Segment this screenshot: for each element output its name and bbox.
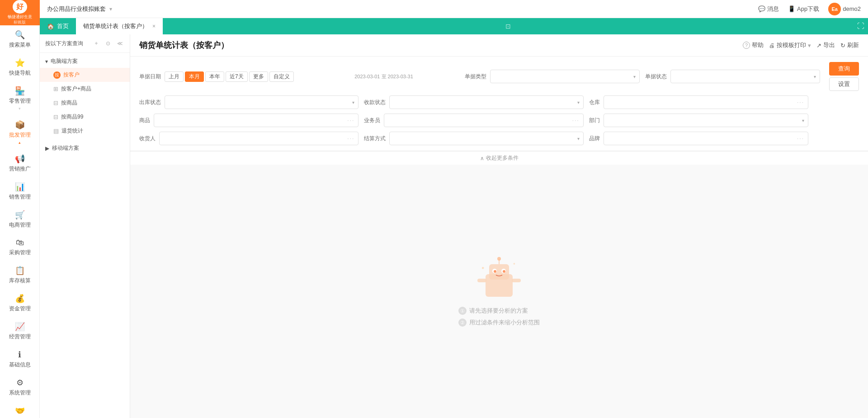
user-menu-button[interactable]: Ea demo2 <box>828 3 861 15</box>
sidebar-item-label: 系统管理 <box>9 389 31 397</box>
sidebar-item-wholesale[interactable]: 📦 批发管理 ▴ <box>0 115 39 149</box>
receiver-input[interactable]: ··· <box>159 132 359 145</box>
brand-label: 品牌 <box>589 135 600 142</box>
sidebar-item-label: 销售管理 <box>9 193 31 201</box>
export-icon: ↗ <box>816 42 821 49</box>
doc-type-select[interactable]: ▾ <box>490 70 640 83</box>
left-panel-actions: + ⊙ ≪ <box>92 39 124 48</box>
warehouse-dots: ··· <box>797 99 804 105</box>
salesperson-input[interactable]: ··· <box>384 114 583 127</box>
add-scheme-button[interactable]: + <box>92 39 101 48</box>
sidebar-item-basic[interactable]: ℹ 基础信息 <box>0 345 39 373</box>
brand-input[interactable]: ··· <box>604 132 808 145</box>
sidebar-item-purchase[interactable]: 🛍 采购管理 <box>0 233 39 261</box>
date-btn-thismonth[interactable]: 本月 <box>185 71 204 82</box>
date-btn-7days[interactable]: 近7天 <box>226 71 248 82</box>
receipt-status-select[interactable]: ▾ <box>389 95 583 109</box>
topbar: 办公用品行业模拟账套 ▾ 💬 消息 📱 App下载 Ea demo2 <box>40 0 868 18</box>
scheme-item-by-goods[interactable]: ⊟ 按商品 <box>40 96 130 110</box>
out-status-select[interactable]: ▾ <box>165 95 359 109</box>
query-button[interactable]: 查询 <box>829 62 859 76</box>
doc-status-arrow: ▾ <box>814 74 816 79</box>
collapse-panel-button[interactable]: ≪ <box>115 39 124 48</box>
sidebar-item-cooperation[interactable]: 🤝 企业协同 <box>0 401 39 418</box>
sidebar-item-retail[interactable]: 🏪 零售管理 ▾ <box>0 81 39 115</box>
grid-icon: ⊞ <box>53 86 58 92</box>
tab-sales-stat[interactable]: 销货单统计表（按客户） × <box>76 18 163 34</box>
inventory-icon: 📋 <box>15 266 25 276</box>
doc-status-select[interactable]: ▾ <box>670 70 820 83</box>
date-btn-thisyear[interactable]: 本年 <box>205 71 224 82</box>
system-icon: ⚙ <box>16 378 24 388</box>
refresh-label: 刷新 <box>847 41 859 49</box>
sidebar-item-label: 电商管理 <box>9 221 31 229</box>
refresh-icon: ↻ <box>840 42 845 49</box>
date-btn-custom[interactable]: 自定义 <box>269 71 294 82</box>
receipt-status-arrow: ▾ <box>577 100 580 105</box>
help-button[interactable]: ? 帮助 <box>743 41 764 49</box>
sidebar-item-ecommerce[interactable]: 🛒 电商管理 <box>0 205 39 233</box>
scheme-item-by-customer-goods[interactable]: ⊞ 按客户+商品 <box>40 82 130 96</box>
scheme-item-returns[interactable]: ▤ 退货统计 <box>40 124 130 138</box>
left-panel-title: 按以下方案查询 <box>45 40 83 48</box>
scheme-item-by-goods99[interactable]: ⊟ 按商品99 <box>40 110 130 124</box>
sidebar-item-search[interactable]: 🔍 搜索菜单 <box>0 25 39 53</box>
basic-icon: ℹ <box>18 350 21 360</box>
sidebar-item-sales[interactable]: 📊 销售管理 <box>0 177 39 205</box>
scheme-group-mobile-label: 移动端方案 <box>52 144 79 152</box>
marketing-icon: 📢 <box>15 154 25 164</box>
message-button[interactable]: 💬 消息 <box>758 5 779 13</box>
collapse-bar[interactable]: ∧ 收起更多条件 <box>130 151 868 165</box>
expand-icon: ⊡ <box>505 23 511 30</box>
sidebar-item-marketing[interactable]: 📢 营销推广 <box>0 149 39 177</box>
department-select[interactable]: ▾ <box>604 114 808 127</box>
svg-text:✦: ✦ <box>513 262 516 266</box>
scheme-item-by-customer[interactable]: 按 按客户 <box>40 68 130 82</box>
date-btn-more[interactable]: 更多 <box>249 71 268 82</box>
export-button[interactable]: ↗ 导出 <box>816 41 835 49</box>
date-btn-lastmonth[interactable]: 上月 <box>165 71 184 82</box>
goods-input[interactable]: ··· <box>154 114 359 127</box>
department-arrow: ▾ <box>802 118 804 123</box>
settings-scheme-button[interactable]: ⊙ <box>104 39 113 48</box>
topbar-dropdown-icon[interactable]: ▾ <box>109 6 112 12</box>
sidebar-item-management[interactable]: 📈 经营管理 <box>0 317 39 345</box>
print-dropdown-icon: ▾ <box>808 42 811 49</box>
tab-home[interactable]: 🏠 首页 <box>40 18 76 34</box>
warehouse-cell: 仓库 ··· <box>589 95 808 109</box>
print-button[interactable]: 🖨 按模板打印 ▾ <box>769 41 811 49</box>
settlement-arrow: ▾ <box>577 136 580 141</box>
goods-label: 商品 <box>139 117 150 124</box>
scheme-item-label: 退货统计 <box>61 127 83 135</box>
goods-cell: 商品 ··· <box>139 114 359 127</box>
filter-row-1: 单据日期 上月 本月 本年 近7天 更多 自定义 2023-03-01 至 20… <box>139 62 859 91</box>
tab-fullscreen-icon[interactable]: ⛶ <box>857 22 864 30</box>
filter-row-4: 收货人 ··· 结算方式 ▾ 品牌 <box>139 132 859 145</box>
filter-settings-button[interactable]: 设置 <box>829 77 859 91</box>
scheme-item-label: 按商品 <box>61 99 77 107</box>
doc-type-arrow: ▾ <box>633 74 636 79</box>
scheme-group-desktop-header[interactable]: ▾ 电脑端方案 <box>40 55 130 68</box>
topbar-right: 💬 消息 📱 App下载 Ea demo2 <box>758 3 861 15</box>
sidebar-item-system[interactable]: ⚙ 系统管理 <box>0 373 39 401</box>
sales-icon: 📊 <box>15 182 25 192</box>
scheme-group-mobile-header[interactable]: ▶ 移动端方案 <box>40 142 130 155</box>
tab-close-button[interactable]: × <box>152 23 156 29</box>
app-download-label: App下载 <box>797 5 819 13</box>
tab-bar-right: ⛶ <box>854 18 868 34</box>
sidebar-item-label: 采购管理 <box>9 249 31 256</box>
app-download-button[interactable]: 📱 App下载 <box>788 5 819 13</box>
sidebar-item-label: 基础信息 <box>9 361 31 369</box>
sidebar-item-inventory[interactable]: 📋 库存核算 <box>0 261 39 289</box>
sidebar-item-finance[interactable]: 💰 资金管理 <box>0 289 39 317</box>
sidebar-item-quicknav[interactable]: ⭐ 快捷导航 <box>0 53 39 81</box>
settlement-select[interactable]: ▾ <box>389 132 583 145</box>
warehouse-input[interactable]: ··· <box>604 95 808 109</box>
tab-expand-button[interactable]: ⊡ <box>500 18 516 34</box>
finance-icon: 💰 <box>15 294 25 304</box>
help-label: 帮助 <box>752 41 764 49</box>
hint-number-2: ② <box>458 318 467 327</box>
refresh-button[interactable]: ↻ 刷新 <box>840 41 859 49</box>
table2-icon: ⊟ <box>53 114 58 120</box>
tab-sales-stat-label: 销货单统计表（按客户） <box>83 22 148 30</box>
